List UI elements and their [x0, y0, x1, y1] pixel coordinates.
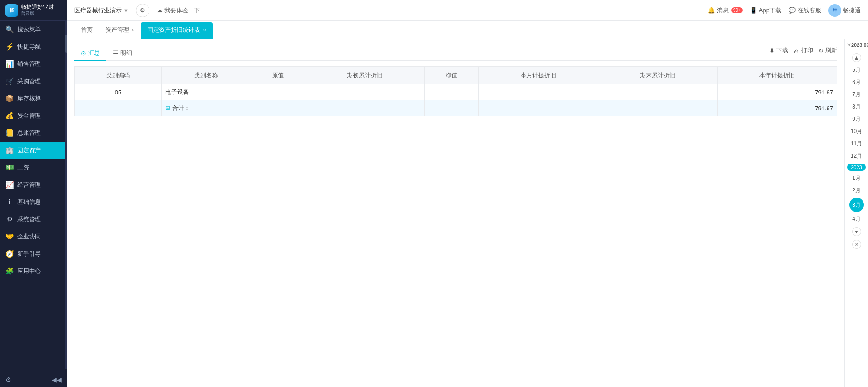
month-1[interactable]: 1月: [845, 172, 868, 184]
month-4[interactable]: 4月: [845, 213, 868, 225]
col-category-code: 类别编码: [75, 67, 162, 84]
app-download-item[interactable]: 📱 App下载: [750, 6, 781, 15]
col-monthly-depreciation: 本月计提折旧: [478, 67, 598, 84]
purchase-icon: 🛒: [5, 77, 14, 85]
sidebar-item-quick-nav[interactable]: ⚡ 快捷导航: [0, 38, 67, 55]
sidebar-logo: 畅 畅捷通好业财 普及版: [0, 0, 67, 21]
right-panel-close-icon[interactable]: ✕: [847, 42, 851, 48]
table-header-row: 类别编码 类别名称 原值 期初累计折旧 净值 本月计提折旧 期末累计折旧 本年计…: [75, 67, 837, 84]
experience-button[interactable]: ☁ 我要体验一下: [157, 6, 200, 15]
sidebar-item-funds[interactable]: 💰 资金管理: [0, 107, 67, 124]
sidebar-item-inventory-label: 库存核算: [17, 94, 41, 103]
col-category-name: 类别名称: [162, 67, 251, 84]
month-5[interactable]: 5月: [845, 64, 868, 76]
table-row: 05 电子设备 791.67: [75, 84, 837, 100]
tabs-bar: 首页 资产管理 × 固定资产折旧统计表 ×: [67, 21, 868, 39]
month-6[interactable]: 6月: [845, 76, 868, 89]
month-2[interactable]: 2月: [845, 184, 868, 197]
sidebar-item-search[interactable]: 🔍 搜索菜单: [0, 21, 67, 38]
company-selector[interactable]: 医疗器械行业演示 ▼: [74, 6, 129, 15]
month-7[interactable]: 7月: [845, 89, 868, 101]
sidebar-item-ledger[interactable]: 📒 总账管理: [0, 124, 67, 142]
close-circle-button[interactable]: ✕: [852, 240, 861, 249]
month-11[interactable]: 11月: [845, 138, 868, 150]
settings-footer-icon[interactable]: ⚙: [5, 376, 11, 383]
col-original-value: 原值: [251, 67, 305, 84]
refresh-icon: ↻: [818, 47, 823, 54]
summary-icon: ⊙: [81, 50, 86, 57]
print-button[interactable]: 🖨 打印: [794, 46, 813, 55]
lightning-icon: ⚡: [5, 43, 14, 51]
refresh-button[interactable]: ↻ 刷新: [818, 46, 837, 55]
sidebar-item-inventory[interactable]: 📦 库存核算: [0, 90, 67, 107]
logo-icon: 畅: [5, 4, 18, 17]
month-12[interactable]: 12月: [845, 150, 868, 162]
col-initial-accum-depreciation: 期初累计折旧: [305, 67, 424, 84]
sidebar-item-purchase[interactable]: 🛒 采购管理: [0, 73, 67, 90]
toolbar: ⬇ 下载 🖨 打印 ↻ 刷新: [769, 46, 837, 55]
month-8[interactable]: 8月: [845, 101, 868, 113]
sidebar-item-sales-label: 销售管理: [17, 60, 41, 68]
sidebar-item-sales[interactable]: 📊 销售管理: [0, 55, 67, 73]
sidebar-item-payroll[interactable]: 💵 工资: [0, 159, 67, 176]
sub-tabs: ⊙ 汇总 ☰ 明细: [74, 46, 837, 61]
experience-label: 我要体验一下: [164, 6, 200, 15]
subtotal-net: [424, 100, 478, 116]
close-asset-management-icon[interactable]: ×: [132, 27, 134, 33]
sales-icon: 📊: [5, 60, 14, 68]
month-10[interactable]: 10月: [845, 125, 868, 138]
topbar: 医疗器械行业演示 ▼ ⚙ ☁ 我要体验一下 🔔 消息 99+ 📱 App下载 💬…: [67, 0, 868, 21]
sidebar-item-basic-info-label: 基础信息: [17, 198, 41, 206]
sidebar-item-app-center-label: 应用中心: [17, 267, 41, 275]
experience-icon: ☁: [157, 7, 163, 14]
sidebar-item-basic-info[interactable]: ℹ 基础信息: [0, 194, 67, 211]
sub-tab-detail[interactable]: ☰ 明细: [106, 46, 139, 61]
sidebar-item-guide[interactable]: 🧭 新手引导: [0, 245, 67, 263]
year-2023-tag[interactable]: 2023: [847, 164, 865, 171]
user-item[interactable]: 用 畅捷通: [828, 4, 861, 17]
sidebar-item-fixed-assets[interactable]: 🏢 固定资产: [0, 142, 67, 159]
sidebar-item-system[interactable]: ⚙ 系统管理: [0, 211, 67, 228]
subtotal-monthly: [478, 100, 598, 116]
subtotal-row: ⊞合计： 791.67: [75, 100, 837, 116]
row-monthly: [478, 84, 598, 100]
row-initial-accum: [305, 84, 424, 100]
close-depreciation-table-icon[interactable]: ×: [203, 27, 206, 33]
month-9[interactable]: 9月: [845, 113, 868, 125]
management-icon: 📈: [5, 181, 14, 189]
settings-button[interactable]: ⚙: [136, 4, 149, 17]
calendar-scroll: ▲ 5月 6月 7月 8月 9月 10月 11月 12月 2023 1月 2月: [845, 51, 868, 387]
tab-asset-management[interactable]: 资产管理 ×: [99, 22, 141, 39]
row-period-end: [598, 84, 717, 100]
refresh-label: 刷新: [825, 46, 837, 55]
download-button[interactable]: ⬇ 下载: [769, 46, 788, 55]
active-month-3[interactable]: 3月: [849, 198, 864, 212]
sidebar-item-quick-nav-label: 快捷导航: [17, 43, 41, 51]
sidebar-item-app-center[interactable]: 🧩 应用中心: [0, 263, 67, 280]
app-center-icon: 🧩: [5, 267, 14, 275]
search-icon: 🔍: [5, 25, 14, 34]
tab-depreciation-table-label: 固定资产折旧统计表: [147, 26, 200, 34]
online-service-item[interactable]: 💬 在线客服: [789, 6, 821, 15]
nav-up-button[interactable]: ▲: [852, 53, 861, 62]
sidebar-item-enterprise[interactable]: 🤝 企业协同: [0, 228, 67, 245]
subtotal-period-end: [598, 100, 717, 116]
main-area: 医疗器械行业演示 ▼ ⚙ ☁ 我要体验一下 🔔 消息 99+ 📱 App下载 💬…: [67, 0, 868, 387]
subtotal-empty: [75, 100, 162, 116]
content-area: ⬇ 下载 🖨 打印 ↻ 刷新 ⊙ 汇总 ☰: [67, 39, 868, 387]
bell-icon: 🔔: [708, 7, 715, 14]
sidebar-item-enterprise-label: 企业协同: [17, 233, 41, 241]
sub-tab-summary[interactable]: ⊙ 汇总: [74, 46, 106, 61]
nav-down-area: ▼: [845, 225, 868, 238]
col-net-value: 净值: [424, 67, 478, 84]
topbar-left: 医疗器械行业演示 ▼ ⚙ ☁ 我要体验一下: [74, 4, 708, 17]
sidebar-item-fixed-assets-label: 固定资产: [17, 146, 41, 154]
nav-down-button[interactable]: ▼: [852, 227, 861, 236]
collapse-icon[interactable]: ◀◀: [52, 376, 62, 383]
sidebar-item-management[interactable]: 📈 经营管理: [0, 176, 67, 194]
sidebar: 畅 畅捷通好业财 普及版 🔍 搜索菜单 ⚡ 快捷导航 📊 销售管理 🛒 采购管理…: [0, 0, 67, 387]
sidebar-footer: ⚙ ◀◀: [0, 372, 67, 387]
notifications-item[interactable]: 🔔 消息 99+: [708, 6, 743, 15]
tab-home[interactable]: 首页: [74, 22, 99, 39]
tab-depreciation-table[interactable]: 固定资产折旧统计表 ×: [141, 22, 212, 39]
